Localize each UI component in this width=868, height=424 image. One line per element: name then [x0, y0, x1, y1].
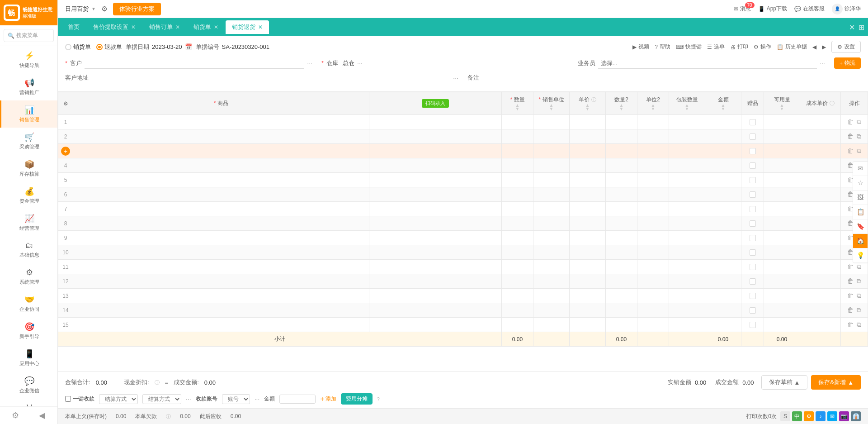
- warehouse-picker-icon[interactable]: ···: [357, 60, 363, 67]
- product-cell[interactable]: [73, 303, 369, 318]
- price-cell[interactable]: [570, 216, 606, 231]
- maximize-tab-button[interactable]: ⊞: [859, 23, 864, 32]
- cost-cell[interactable]: [800, 318, 841, 332]
- next-doc-button[interactable]: ▶: [822, 44, 826, 50]
- note-input[interactable]: [482, 72, 861, 83]
- price-cell[interactable]: [570, 144, 606, 158]
- price-cell[interactable]: [570, 318, 606, 332]
- gift-checkbox[interactable]: [750, 133, 756, 140]
- price-cell[interactable]: [570, 115, 606, 129]
- product-cell[interactable]: [73, 318, 369, 332]
- avail-cell[interactable]: [764, 202, 800, 216]
- sidebar-item-marketing[interactable]: 📢 营销推广: [0, 73, 57, 100]
- cost-cell[interactable]: [800, 245, 841, 260]
- price-cell[interactable]: [570, 260, 606, 274]
- unit-cell[interactable]: [533, 260, 570, 274]
- sidebar-item-wechat[interactable]: 💬 企业微信: [0, 372, 57, 399]
- add-row-button[interactable]: +: [61, 147, 70, 156]
- trial-button[interactable]: 体验行业方案: [113, 3, 161, 15]
- sidebar-item-member[interactable]: V 畅会员: [0, 399, 57, 406]
- cost-cell[interactable]: [800, 260, 841, 274]
- cost-cell[interactable]: [800, 129, 841, 144]
- unit2-cell[interactable]: [637, 245, 669, 260]
- gift-checkbox[interactable]: [750, 307, 756, 314]
- unit2-cell[interactable]: [637, 231, 669, 245]
- product-cell[interactable]: [73, 115, 369, 129]
- cost-cell[interactable]: [800, 274, 841, 289]
- pkg-cell[interactable]: [669, 303, 705, 318]
- help-action[interactable]: ? 帮助: [655, 43, 670, 51]
- avail-cell[interactable]: [764, 115, 800, 129]
- gift-checkbox[interactable]: [750, 322, 756, 328]
- status-icon-3[interactable]: ⚙: [804, 411, 814, 421]
- sidebar-item-purchase[interactable]: 🛒 采购管理: [0, 128, 57, 155]
- pkg-cell[interactable]: [669, 187, 705, 202]
- unit2-cell[interactable]: [637, 216, 669, 231]
- gift-cell[interactable]: [741, 158, 764, 173]
- product-cell[interactable]: [73, 144, 369, 158]
- select-action[interactable]: ☰ 选单: [707, 43, 725, 51]
- pkg-cell[interactable]: [669, 173, 705, 187]
- logistics-button[interactable]: + 物流: [834, 57, 861, 69]
- avail-cell[interactable]: [764, 318, 800, 332]
- gift-cell[interactable]: [741, 231, 764, 245]
- avail-cell[interactable]: [764, 274, 800, 289]
- th-settings[interactable]: ⚙: [58, 92, 73, 115]
- amount-cell[interactable]: [705, 216, 741, 231]
- unit2-cell[interactable]: [637, 274, 669, 289]
- category-selector[interactable]: 日用百货 ▼: [65, 5, 96, 13]
- avail-cell[interactable]: [764, 158, 800, 173]
- status-icon-1[interactable]: S: [780, 411, 790, 421]
- account-method-select[interactable]: 结算方式: [142, 394, 181, 404]
- sidebar-item-newbie[interactable]: 🎯 新手引导: [0, 317, 57, 344]
- price-info-icon[interactable]: ⓘ: [591, 97, 596, 102]
- status-icon-5[interactable]: ✉: [827, 411, 837, 421]
- price-cell[interactable]: [570, 289, 606, 303]
- avail-cell[interactable]: [764, 303, 800, 318]
- salesperson-picker-icon[interactable]: ···: [820, 60, 825, 67]
- delete-row-button[interactable]: 🗑: [846, 291, 854, 300]
- cost-cell[interactable]: [800, 158, 841, 173]
- unit-cell[interactable]: [533, 216, 570, 231]
- pkg-cell[interactable]: [669, 216, 705, 231]
- avail-cell[interactable]: [764, 173, 800, 187]
- print-action[interactable]: 🖨 打印: [730, 43, 748, 51]
- status-icon-2[interactable]: 中: [792, 411, 802, 421]
- gift-cell[interactable]: [741, 129, 764, 144]
- fee-split-button[interactable]: 费用分摊: [341, 393, 373, 405]
- delete-row-button[interactable]: 🗑: [846, 132, 854, 141]
- delete-row-button[interactable]: 🗑: [846, 117, 854, 126]
- unit-cell[interactable]: [533, 274, 570, 289]
- avail-cell[interactable]: [764, 187, 800, 202]
- sidebar-item-apps[interactable]: 📱 应用中心: [0, 344, 57, 372]
- unit2-cell[interactable]: [637, 202, 669, 216]
- sidebar-item-finance[interactable]: 💰 资金管理: [0, 182, 57, 209]
- gift-checkbox[interactable]: [750, 235, 756, 241]
- one-key-payment-checkbox[interactable]: [65, 396, 71, 402]
- sidebar-item-sales[interactable]: 📊 销售管理: [0, 100, 57, 128]
- payment-amount-input[interactable]: [279, 395, 316, 404]
- topbar-settings-icon[interactable]: ⚙: [101, 5, 108, 13]
- user-menu-button[interactable]: 👤 徐泽华: [832, 4, 861, 14]
- qty2-cell[interactable]: [606, 274, 637, 289]
- product-cell[interactable]: [73, 274, 369, 289]
- float-item-4[interactable]: 📋: [853, 205, 868, 219]
- online-service-button[interactable]: 💬 在线客服: [794, 5, 825, 13]
- scan-button[interactable]: 扫码录入: [422, 99, 449, 108]
- sidebar-item-operation[interactable]: 📈 经营管理: [0, 209, 57, 236]
- unit-cell[interactable]: [533, 245, 570, 260]
- unit-cell[interactable]: [533, 318, 570, 332]
- copy-row-button[interactable]: ⧉: [856, 291, 862, 300]
- copy-row-button[interactable]: ⧉: [856, 262, 862, 272]
- app-download-button[interactable]: 📱 App下载: [758, 5, 787, 13]
- price-cell[interactable]: [570, 274, 606, 289]
- unit-cell[interactable]: [533, 303, 570, 318]
- amount-cell[interactable]: [705, 260, 741, 274]
- qty-cell[interactable]: [502, 187, 533, 202]
- one-key-payment-check[interactable]: 一键收款: [65, 395, 94, 403]
- tab-close-price-setting[interactable]: ✕: [131, 24, 136, 30]
- pkg-cell[interactable]: [669, 129, 705, 144]
- qty2-cell[interactable]: [606, 158, 637, 173]
- gift-cell[interactable]: [741, 144, 764, 158]
- gift-cell[interactable]: [741, 245, 764, 260]
